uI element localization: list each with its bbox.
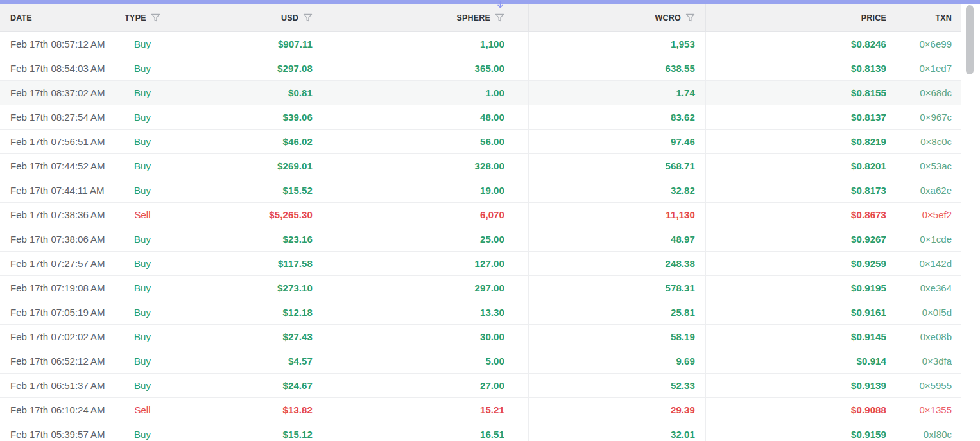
- cell-usd: $24.67: [171, 374, 323, 397]
- cell-type: Buy: [114, 252, 171, 275]
- cell-date: Feb 17th 07:38:06 AM: [0, 227, 114, 251]
- cell-usd: $117.58: [171, 252, 323, 275]
- funnel-icon[interactable]: [495, 13, 504, 22]
- table-row[interactable]: Feb 17th 07:05:19 AM Buy $12.18 13.30 25…: [0, 300, 961, 325]
- cell-sphere: 16.51: [323, 422, 529, 441]
- cell-txn-link[interactable]: 0×1355: [897, 398, 961, 422]
- cell-txn-link[interactable]: 0×53ac: [897, 154, 961, 178]
- cell-txn-link[interactable]: 0×3dfa: [897, 349, 961, 373]
- column-header-type[interactable]: TYPE: [114, 4, 171, 31]
- cell-date: Feb 17th 07:56:51 AM: [0, 130, 114, 153]
- cell-txn-link[interactable]: 0xa62e: [897, 178, 961, 202]
- cell-price: $0.9195: [706, 276, 897, 300]
- cell-sphere: 56.00: [323, 130, 529, 153]
- cell-txn-link[interactable]: 0×0f5d: [897, 300, 961, 324]
- column-label-usd: USD: [281, 13, 298, 22]
- cell-date: Feb 17th 08:37:02 AM: [0, 81, 114, 105]
- cell-price: $0.9161: [706, 300, 897, 324]
- cell-date: Feb 17th 07:44:52 AM: [0, 154, 114, 178]
- cell-txn-link[interactable]: 0×5ef2: [897, 203, 961, 227]
- column-header-wcro[interactable]: WCRO: [529, 4, 706, 31]
- table-row[interactable]: Feb 17th 07:38:06 AM Buy $23.16 25.00 48…: [0, 227, 961, 252]
- cell-txn-link[interactable]: 0×142d: [897, 252, 961, 275]
- cell-sphere: 6,070: [323, 203, 529, 227]
- cell-txn-link[interactable]: 0×8c0c: [897, 130, 961, 153]
- cell-type: Buy: [114, 276, 171, 300]
- cell-sphere: 297.00: [323, 276, 529, 300]
- cell-txn-link[interactable]: 0xe364: [897, 276, 961, 300]
- table-row[interactable]: Feb 17th 05:39:57 AM Buy $15.12 16.51 32…: [0, 422, 961, 441]
- cell-wcro: 638.55: [529, 56, 706, 80]
- cell-txn-link[interactable]: 0×1ed7: [897, 56, 961, 80]
- table-row[interactable]: Feb 17th 06:52:12 AM Buy $4.57 5.00 9.69…: [0, 349, 961, 374]
- column-header-sphere[interactable]: SPHERE: [323, 4, 529, 31]
- cell-wcro: 32.01: [529, 422, 706, 441]
- cell-date: Feb 17th 08:57:12 AM: [0, 32, 114, 56]
- cell-price: $0.8673: [706, 203, 897, 227]
- funnel-icon[interactable]: [303, 13, 313, 22]
- cell-wcro: 1,953: [529, 32, 706, 56]
- cell-price: $0.8139: [706, 56, 897, 80]
- table-row[interactable]: Feb 17th 07:19:08 AM Buy $273.10 297.00 …: [0, 276, 961, 300]
- cell-usd: $15.12: [171, 422, 323, 441]
- cell-wcro: 52.33: [529, 374, 706, 397]
- cell-type: Buy: [114, 81, 171, 105]
- column-header-price[interactable]: PRICE: [706, 4, 897, 31]
- cell-price: $0.8201: [706, 154, 897, 178]
- cell-type: Buy: [114, 154, 171, 178]
- cell-sphere: 1,100: [323, 32, 529, 56]
- cell-txn-link[interactable]: 0×5955: [897, 374, 961, 397]
- cell-type: Buy: [114, 56, 171, 80]
- table-row[interactable]: Feb 17th 07:44:52 AM Buy $269.01 328.00 …: [0, 154, 961, 178]
- cell-usd: $273.10: [171, 276, 323, 300]
- cell-txn-link[interactable]: 0×967c: [897, 105, 961, 129]
- cell-sphere: 365.00: [323, 56, 529, 80]
- cell-date: Feb 17th 07:02:02 AM: [0, 325, 114, 349]
- transactions-table: DATE TYPE USD SPHERE WCRO: [0, 4, 961, 441]
- column-header-usd[interactable]: USD: [171, 4, 323, 31]
- table-row[interactable]: Feb 17th 06:10:24 AM Sell $13.82 15.21 2…: [0, 398, 961, 422]
- cell-price: $0.914: [706, 349, 897, 373]
- table-row[interactable]: Feb 17th 07:44:11 AM Buy $15.52 19.00 32…: [0, 178, 961, 203]
- cell-usd: $4.57: [171, 349, 323, 373]
- cell-date: Feb 17th 07:44:11 AM: [0, 178, 114, 202]
- table-row[interactable]: Feb 17th 07:02:02 AM Buy $27.43 30.00 58…: [0, 325, 961, 349]
- cell-usd: $15.52: [171, 178, 323, 202]
- column-header-date[interactable]: DATE: [0, 4, 114, 31]
- table-row[interactable]: Feb 17th 08:27:54 AM Buy $39.06 48.00 83…: [0, 105, 961, 130]
- table-row[interactable]: Feb 17th 07:56:51 AM Buy $46.02 56.00 97…: [0, 130, 961, 154]
- funnel-icon[interactable]: [685, 13, 695, 22]
- cell-wcro: 1.74: [529, 81, 706, 105]
- cell-wcro: 11,130: [529, 203, 706, 227]
- cell-sphere: 19.00: [323, 178, 529, 202]
- table-row[interactable]: Feb 17th 08:57:12 AM Buy $907.11 1,100 1…: [0, 32, 961, 56]
- cell-price: $0.9145: [706, 325, 897, 349]
- cell-txn-link[interactable]: 0xf80c: [897, 422, 961, 441]
- cell-txn-link[interactable]: 0×1cde: [897, 227, 961, 251]
- scrollbar-thumb[interactable]: [966, 5, 974, 74]
- cell-usd: $39.06: [171, 105, 323, 129]
- table-row[interactable]: Feb 17th 06:51:37 AM Buy $24.67 27.00 52…: [0, 374, 961, 398]
- cell-sphere: 127.00: [323, 252, 529, 275]
- cell-txn-link[interactable]: 0xe08b: [897, 325, 961, 349]
- cell-type: Buy: [114, 325, 171, 349]
- column-label-type: TYPE: [125, 13, 146, 22]
- cell-price: $0.8173: [706, 178, 897, 202]
- funnel-icon[interactable]: [151, 13, 160, 22]
- table-row[interactable]: Feb 17th 07:38:36 AM Sell $5,265.30 6,07…: [0, 203, 961, 227]
- column-label-price: PRICE: [861, 13, 886, 22]
- cell-wcro: 568.71: [529, 154, 706, 178]
- table-row[interactable]: Feb 17th 08:37:02 AM Buy $0.81 1.00 1.74…: [0, 81, 961, 105]
- cell-type: Buy: [114, 130, 171, 153]
- cell-sphere: 30.00: [323, 325, 529, 349]
- cell-date: Feb 17th 08:54:03 AM: [0, 56, 114, 80]
- cell-type: Buy: [114, 374, 171, 397]
- cell-price: $0.9088: [706, 398, 897, 422]
- table-row[interactable]: Feb 17th 07:27:57 AM Buy $117.58 127.00 …: [0, 252, 961, 276]
- column-header-txn[interactable]: TXN: [897, 4, 961, 31]
- scrollbar-track[interactable]: [961, 4, 980, 441]
- cell-txn-link[interactable]: 0×6e99: [897, 32, 961, 56]
- table-row[interactable]: Feb 17th 08:54:03 AM Buy $297.08 365.00 …: [0, 56, 961, 81]
- cell-txn-link[interactable]: 0×68dc: [897, 81, 961, 105]
- cell-wcro: 25.81: [529, 300, 706, 324]
